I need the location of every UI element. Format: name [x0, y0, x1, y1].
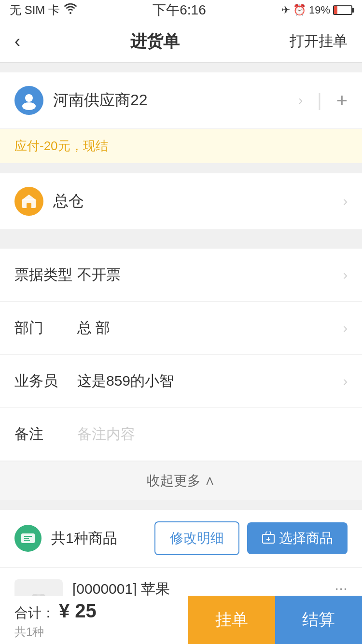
remark-row[interactable]: 备注 备注内容 [0, 408, 362, 461]
wifi-icon [64, 3, 77, 17]
warehouse-icon-wrap [14, 187, 43, 216]
form-section: 票据类型 不开票 › 部门 总 部 › 业务员 这是859的小智 › 备注 备注… [0, 249, 362, 461]
bottom-bar: 合计： ¥ 25 共1种 挂单 结算 [0, 596, 362, 644]
status-right: ✈ ⏰ 19% [281, 4, 352, 16]
product-more-button[interactable]: ··· [334, 579, 348, 597]
checkout-button[interactable]: 结算 [275, 596, 362, 644]
battery-icon [333, 5, 352, 15]
supplier-actions: › | + [298, 90, 348, 112]
products-count: 共1种商品 [51, 529, 154, 548]
warehouse-name: 总仓 [53, 191, 343, 212]
section-divider-1 [0, 63, 362, 72]
invoice-chevron-icon: › [343, 267, 348, 283]
collapse-text: 收起更多 ∧ [147, 472, 216, 490]
salesperson-value: 这是859的小智 [77, 371, 343, 391]
page-title: 进货单 [130, 30, 180, 53]
warehouse-chevron-icon: › [343, 194, 348, 209]
select-product-button[interactable]: 选择商品 [247, 522, 348, 554]
svg-point-0 [25, 94, 33, 102]
back-button[interactable]: ‹ [14, 31, 20, 52]
add-supplier-button[interactable]: + [336, 90, 348, 112]
total-amount: ¥ 25 [59, 600, 97, 622]
alarm-icon: ⏰ [293, 4, 306, 16]
product-title: 苹果 [141, 581, 170, 597]
section-divider-3 [0, 229, 362, 239]
department-value: 总 部 [77, 318, 343, 338]
open-hold-button[interactable]: 打开挂单 [290, 31, 348, 51]
supplier-name: 河南供应商22 [53, 90, 298, 111]
products-header: 共1种商品 修改明细 选择商品 [0, 510, 362, 567]
nav-bar: ‹ 进货单 打开挂单 [0, 20, 362, 63]
product-code: [0000001] [72, 581, 137, 597]
divider-line: | [317, 90, 321, 111]
supplier-avatar [14, 86, 43, 115]
salesperson-label: 业务员 [14, 371, 77, 391]
svg-point-1 [22, 102, 36, 110]
status-left: 无 SIM 卡 [10, 2, 77, 18]
collapse-button[interactable]: 收起更多 ∧ [0, 462, 362, 500]
hold-button[interactable]: 挂单 [188, 596, 275, 644]
edit-detail-button[interactable]: 修改明细 [154, 521, 239, 555]
remark-label: 备注 [14, 424, 77, 444]
select-product-label: 选择商品 [279, 529, 333, 547]
department-label: 部门 [14, 318, 77, 338]
bottom-total: 合计： ¥ 25 共1种 [0, 596, 188, 644]
total-row: 合计： ¥ 25 [14, 600, 174, 622]
department-chevron-icon: › [343, 321, 348, 336]
invoice-type-label: 票据类型 [14, 265, 77, 285]
supplier-chevron-icon: › [298, 93, 303, 108]
warehouse-row[interactable]: 总仓 › [0, 173, 362, 229]
supplier-row[interactable]: 河南供应商22 › | + [0, 72, 362, 129]
status-bar: 无 SIM 卡 下午6:16 ✈ ⏰ 19% [0, 0, 362, 20]
total-label: 合计： [14, 604, 55, 622]
invoice-type-row[interactable]: 票据类型 不开票 › [0, 249, 362, 302]
svg-rect-4 [27, 203, 31, 208]
svg-marker-3 [21, 195, 37, 200]
battery-percent: 19% [309, 4, 330, 16]
supplier-section: 河南供应商22 › | + 应付-20元，现结 [0, 72, 362, 164]
supplier-notice: 应付-20元，现结 [0, 129, 362, 164]
salesperson-row[interactable]: 业务员 这是859的小智 › [0, 355, 362, 408]
salesperson-chevron-icon: › [343, 374, 348, 389]
products-icon [14, 525, 42, 552]
warehouse-section: 总仓 › [0, 173, 362, 229]
status-time: 下午6:16 [153, 1, 206, 19]
remark-placeholder: 备注内容 [77, 424, 348, 444]
location-icon: ✈ [281, 4, 290, 16]
carrier-text: 无 SIM 卡 [10, 2, 60, 18]
invoice-type-value: 不开票 [77, 265, 343, 285]
section-divider-2 [0, 164, 362, 173]
total-sub: 共1种 [14, 624, 174, 640]
department-row[interactable]: 部门 总 部 › [0, 302, 362, 355]
